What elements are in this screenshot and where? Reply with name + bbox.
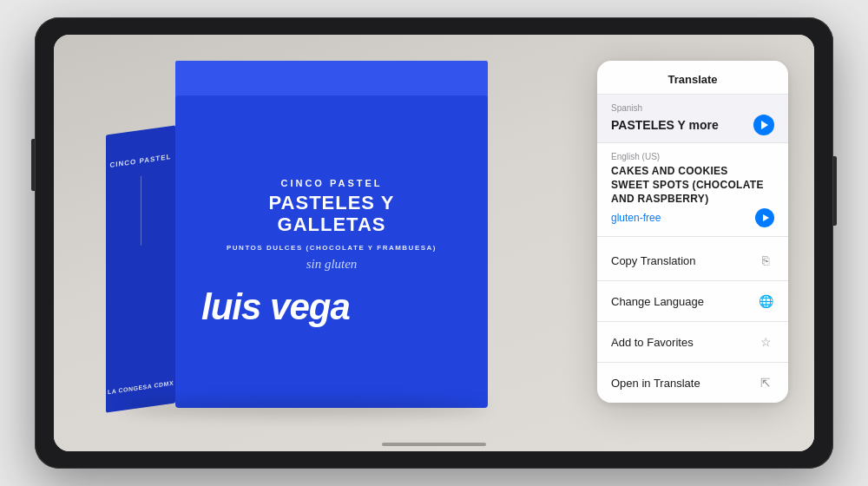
menu-divider-1 — [597, 280, 788, 281]
popup-title: Translate — [667, 73, 717, 86]
play-source-icon — [761, 121, 768, 129]
menu-divider-3 — [597, 362, 788, 363]
ipad-screen: CINCO PASTEL LA CONGESA CDMX CINCO PASTE… — [54, 35, 814, 451]
play-source-button[interactable] — [753, 115, 774, 135]
box-side-face: CINCO PASTEL LA CONGESA CDMX — [106, 125, 175, 412]
box-side-line — [141, 176, 141, 246]
menu-item-open[interactable]: Open in Translate ⇱ — [597, 366, 788, 399]
box-side-bottom-text: LA CONGESA CDMX — [108, 380, 174, 396]
menu-open-label: Open in Translate — [611, 377, 700, 390]
trans-line-2: SWEET SPOTS (CHOCOLATE — [611, 179, 774, 191]
box-logo: luis vega — [193, 289, 350, 325]
popup-header: Translate — [597, 61, 788, 94]
box-shadow — [123, 399, 488, 417]
menu-item-copy[interactable]: Copy Translation ⎘ — [597, 244, 788, 277]
menu-copy-label: Copy Translation — [611, 254, 696, 267]
home-bar — [382, 443, 486, 446]
translation-section: English (US) CAKES AND COOKIES SWEET SPO… — [597, 143, 788, 233]
gluten-text: gluten-free — [611, 212, 661, 224]
ipad-frame: CINCO PASTEL LA CONGESA CDMX CINCO PASTE… — [35, 17, 833, 469]
box-side-top-text: CINCO PASTEL — [110, 152, 172, 170]
source-section: Spanish PASTELES Y more — [597, 95, 788, 142]
menu-item-language[interactable]: Change Language 🌐 — [597, 285, 788, 318]
language-icon: 🌐 — [757, 292, 774, 310]
trans-lang: English (US) — [611, 152, 774, 161]
translate-popup: Translate Spanish PASTELES Y more Englis… — [597, 61, 788, 403]
trans-line-1: CAKES AND COOKIES — [611, 165, 774, 177]
open-icon: ⇱ — [757, 374, 774, 391]
star-icon: ☆ — [757, 333, 774, 351]
menu-favorites-label: Add to Favorites — [611, 336, 694, 349]
box-handwriting: sin gluten — [306, 257, 358, 272]
source-lang: Spanish — [611, 103, 774, 113]
box-scene: CINCO PASTEL LA CONGESA CDMX CINCO PASTE… — [71, 61, 557, 425]
play-translation-icon — [763, 214, 769, 221]
menu-top-divider — [597, 236, 788, 237]
trans-line-3: AND RASPBERRY) — [611, 193, 774, 205]
menu-section: Copy Translation ⎘ Change Language 🌐 Add… — [597, 240, 788, 403]
source-text: PASTELES Y more — [611, 118, 719, 132]
play-translation-button[interactable] — [755, 208, 774, 227]
box-title: PASTELES YGALLETAS — [269, 192, 395, 236]
menu-language-label: Change Language — [611, 295, 704, 308]
box-subtitle: PUNTOS DULCES (CHOCOLATE Y FRAMBUESA) — [227, 244, 437, 252]
source-text-row: PASTELES Y more — [611, 115, 774, 135]
menu-item-favorites[interactable]: Add to Favorites ☆ — [597, 325, 788, 358]
menu-divider-2 — [597, 321, 788, 322]
box-front-face: CINCO PASTEL PASTELES YGALLETAS PUNTOS D… — [175, 95, 488, 408]
gluten-row: gluten-free — [611, 208, 774, 227]
box-brand: CINCO PASTEL — [280, 178, 382, 188]
copy-icon: ⎘ — [757, 252, 774, 269]
